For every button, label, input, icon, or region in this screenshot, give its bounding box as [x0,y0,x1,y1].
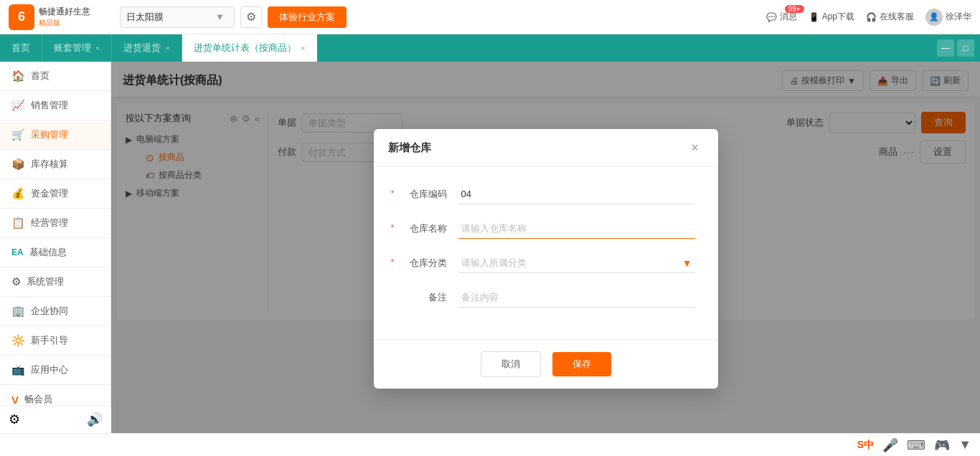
menu-icon[interactable]: ▼ [958,437,971,452]
s-brand-icon: S中 [857,439,874,452]
system-icon: ⚙ [11,275,21,288]
sidebar-item-appstore[interactable]: 📺 应用中心 [0,356,110,385]
sales-icon: 📈 [11,99,25,112]
basic-info-icon: EA [11,247,24,257]
sidebar-item-purchase[interactable]: 🛒 采购管理 [0,120,110,150]
settings-icon[interactable]: ⚙ [9,412,20,427]
gear-button[interactable]: ⚙ [240,6,262,28]
search-dropdown-icon[interactable]: ▼ [215,11,225,22]
messages-button[interactable]: 💬 消息 99+ [766,11,797,23]
search-box[interactable]: 日太阳膜 ▼ [120,6,235,28]
sidebar-item-guide[interactable]: 🔆 新手引导 [0,326,110,356]
modal-overlay: 新增仓库 × 仓库编码 仓库名称 仓库 [111,62,980,456]
controller-icon[interactable]: 🎮 [934,437,950,453]
notes-input[interactable] [458,288,695,308]
notification-badge: 99+ [785,5,804,13]
warehouse-category-label: 仓库分类 [397,257,447,270]
field-warehouse-code: 仓库编码 [397,184,695,204]
tab-close-purchase-return[interactable]: × [165,44,169,52]
tab-account[interactable]: 账套管理 × [42,34,112,62]
save-button[interactable]: 保存 [552,352,611,376]
notes-label: 备注 [397,291,447,304]
logo-text: 畅捷通好生意 精品版 [39,6,90,27]
tab-close-account[interactable]: × [95,44,100,52]
sidebar: 🏠 首页 📈 销售管理 🛒 采购管理 📦 库存核算 💰 资金管理 📋 经营管理 … [0,62,111,456]
warehouse-code-input[interactable] [458,184,695,204]
field-notes: 备注 [397,288,695,308]
tab-bar: 首页 账套管理 × 进货退货 × 进货单统计表（按商品） × — □ [0,34,980,62]
sidebar-item-inventory[interactable]: 📦 库存核算 [0,150,110,179]
tab-purchase-return[interactable]: 进货退货 × [112,34,182,62]
modal-header: 新增仓库 × [374,129,718,167]
online-service-button[interactable]: 🎧 在线客服 [866,11,914,23]
warehouse-name-label: 仓库名称 [397,222,447,235]
sidebar-item-system[interactable]: ⚙ 系统管理 [0,267,110,297]
header-right: 💬 消息 99+ 📱 App下载 🎧 在线客服 👤 徐泽华 [766,9,971,26]
top-header: 6 畅捷通好生意 精品版 日太阳膜 ▼ ⚙ 体验行业方案 💬 消息 99+ 📱 … [0,0,980,34]
user-avatar-icon: 👤 [929,12,939,22]
sound-icon[interactable]: 🔊 [87,412,103,427]
field-warehouse-name: 仓库名称 [397,219,695,239]
sidebar-item-sales[interactable]: 📈 销售管理 [0,91,110,120]
sidebar-item-operations[interactable]: 📋 经营管理 [0,209,110,238]
vip-icon: V [11,394,19,406]
modal-body: 仓库编码 仓库名称 仓库分类 请输入所属分类 [374,167,718,339]
field-warehouse-category: 仓库分类 请输入所属分类 ▼ [397,253,695,273]
modal-footer: 取消 保存 [374,339,718,389]
modal-title: 新增仓库 [388,141,431,155]
tab-controls: — □ [937,34,980,62]
warehouse-name-input[interactable] [458,219,695,239]
tab-minimize-button[interactable]: — [937,39,954,57]
modal-close-button[interactable]: × [687,139,704,156]
avatar: 👤 [925,9,943,26]
status-bar: S中 🎤 ⌨ 🎮 ▼ [0,433,980,456]
appstore-icon: 📺 [11,364,25,376]
tab-maximize-button[interactable]: □ [957,39,974,57]
search-input[interactable]: 日太阳膜 [126,11,212,22]
app-logo-icon: 6 [9,4,34,30]
purchase-icon: 🛒 [11,128,25,141]
enterprise-icon: 🏢 [11,305,25,318]
headset-icon: 🎧 [866,12,877,22]
main-layout: 🏠 首页 📈 销售管理 🛒 采购管理 📦 库存核算 💰 资金管理 📋 经营管理 … [0,62,980,456]
guide-icon: 🔆 [11,334,25,347]
logo-area: 6 畅捷通好生意 精品版 [9,4,120,30]
user-profile[interactable]: 👤 徐泽华 [925,9,971,26]
sidebar-item-home[interactable]: 🏠 首页 [0,62,110,91]
warehouse-category-select[interactable]: 请输入所属分类 [458,253,695,273]
tab-purchase-stats[interactable]: 进货单统计表（按商品） × [182,34,317,62]
keyboard-icon[interactable]: ⌨ [907,437,925,453]
mic-icon[interactable]: 🎤 [882,437,898,453]
trial-button[interactable]: 体验行业方案 [268,6,347,28]
warehouse-category-select-wrap: 请输入所属分类 ▼ [458,253,695,273]
cancel-button[interactable]: 取消 [481,351,541,377]
sidebar-item-finance[interactable]: 💰 资金管理 [0,179,110,209]
mobile-icon: 📱 [809,12,819,22]
tab-home[interactable]: 首页 [0,34,42,62]
new-warehouse-modal: 新增仓库 × 仓库编码 仓库名称 仓库 [374,129,718,389]
message-icon: 💬 [766,12,777,22]
sidebar-item-enterprise[interactable]: 🏢 企业协同 [0,297,110,326]
inventory-icon: 📦 [11,158,25,171]
warehouse-code-label: 仓库编码 [397,188,447,201]
gear-icon: ⚙ [246,10,256,24]
app-download-button[interactable]: 📱 App下载 [809,11,854,23]
content-area: 进货单统计(按商品) 🖨 按模板打印 ▼ 📤 导出 🔄 刷新 [111,62,980,456]
finance-icon: 💰 [11,187,25,200]
operations-icon: 📋 [11,217,25,229]
tab-close-stats[interactable]: × [301,44,305,52]
sidebar-item-basic-info[interactable]: EA 基础信息 [0,238,110,267]
home-icon: 🏠 [11,70,25,82]
